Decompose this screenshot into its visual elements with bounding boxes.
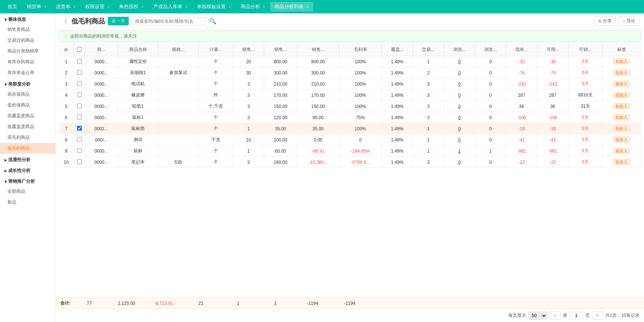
nav-product-analysis[interactable]: 商品分析 × (236, 2, 269, 12)
view1-link[interactable]: 1 (458, 149, 461, 154)
cell-view1[interactable]: 0 (444, 123, 475, 134)
th-spec[interactable]: 规格... (158, 44, 198, 56)
share-button[interactable]: ⎘ 分享 (595, 16, 616, 26)
period-button[interactable]: 近一月 (108, 17, 129, 25)
nav-home[interactable]: 首页 (3, 2, 22, 12)
sidebar-group-marketing[interactable]: ▾ 营销推广分析 (0, 175, 55, 186)
cell-view1[interactable]: 0 (444, 134, 475, 146)
th-view2[interactable]: 浏览... (475, 44, 506, 56)
view1-link[interactable]: 0 (458, 82, 461, 87)
sidebar-item-all-products[interactable]: 全部商品 (0, 186, 55, 197)
close-template[interactable]: × (229, 5, 231, 9)
th-code[interactable]: 商... (85, 44, 118, 56)
row-checkbox-5[interactable] (77, 115, 82, 119)
select-all-checkbox[interactable] (77, 47, 82, 52)
row-checkbox-2[interactable] (77, 81, 82, 86)
cell-check[interactable] (74, 67, 85, 79)
cell-check[interactable] (74, 112, 85, 123)
sidebar-item-new-products[interactable]: 新品 (0, 197, 55, 208)
nav-purchase[interactable]: 进货单 × (51, 2, 80, 12)
nav-permission[interactable]: 权限设置 × (81, 2, 114, 12)
sidebar-item-sales-products[interactable]: 销售类商品 (0, 24, 55, 35)
view1-link[interactable]: 0 (458, 70, 461, 76)
cell-view1[interactable]: 0 (444, 79, 475, 90)
sidebar-item-category-rate[interactable]: 商品分类助销率 (0, 46, 55, 57)
cell-check[interactable] (74, 79, 85, 90)
cell-check[interactable] (74, 157, 85, 168)
th-sales-profit[interactable]: 销售... (297, 44, 339, 56)
view1-link[interactable]: 0 (458, 59, 461, 64)
th-current-stock[interactable]: 现有... (506, 44, 537, 56)
search-icon-btn[interactable]: 🔍 (209, 17, 217, 25)
view1-link[interactable]: 0 (458, 104, 461, 109)
cell-check[interactable] (74, 56, 85, 67)
sidebar-group-cluster[interactable]: ▾ 类群度分析 (0, 78, 55, 89)
prev-page-btn[interactable]: ＜ (550, 311, 561, 320)
th-settings[interactable]: ⚙ (59, 44, 74, 56)
th-coverage[interactable]: 覆盖... (382, 44, 413, 56)
nav-sales[interactable]: 销货单 × (22, 2, 51, 12)
view1-link[interactable]: 0 (458, 115, 461, 120)
cell-view1[interactable]: 0 (444, 112, 475, 123)
th-trade-count[interactable]: 交易... (413, 44, 444, 56)
cell-view1[interactable]: 0 (444, 157, 475, 168)
collapse-sidebar-btn[interactable]: 《 (60, 18, 68, 25)
th-sales-amount[interactable]: 销售... (264, 44, 297, 56)
row-checkbox-1[interactable] (77, 70, 82, 75)
next-page-btn[interactable]: ＞ (592, 311, 603, 320)
row-checkbox-0[interactable] (77, 59, 82, 64)
th-available[interactable]: 可用... (537, 44, 568, 56)
sidebar-item-high-margin[interactable]: 高毛利商品 (0, 132, 55, 143)
view1-link[interactable]: 0 (458, 93, 461, 98)
row-checkbox-3[interactable] (77, 92, 82, 97)
sidebar-item-high-coverage[interactable]: 高覆盖度商品 (0, 111, 55, 121)
th-name[interactable]: 商品名称 (118, 44, 158, 56)
page-size-select[interactable]: 50 20 100 (528, 312, 547, 320)
search-input[interactable] (132, 17, 206, 25)
close-product-analysis[interactable]: × (263, 5, 265, 9)
nav-product-analysis-list[interactable]: 商品分析列表 × (270, 2, 313, 12)
sidebar-item-low-coverage[interactable]: 低覆盖度商品 (0, 121, 55, 132)
th-unit[interactable]: 计量... (198, 44, 233, 56)
cell-check[interactable] (74, 101, 85, 112)
cell-view1[interactable]: 0 (444, 101, 475, 112)
row-checkbox-8[interactable] (77, 148, 82, 153)
th-sales-count[interactable]: 销售... (233, 44, 264, 56)
cell-view1[interactable]: 0 (444, 56, 475, 67)
row-checkbox-4[interactable] (77, 103, 82, 108)
close-sales[interactable]: × (44, 5, 47, 9)
row-checkbox-9[interactable] (77, 159, 82, 164)
nav-template[interactable]: 单据模板设置 × (192, 2, 235, 12)
sidebar-item-low-margin[interactable]: 低毛利商品 (0, 143, 55, 154)
sidebar-group-growth[interactable]: ▸ 成长性分析 (0, 165, 55, 175)
close-product-entry[interactable]: × (185, 5, 188, 9)
view1-link[interactable]: 0 (458, 137, 461, 143)
nav-product-entry[interactable]: 产成品入库单 × (149, 2, 192, 12)
cell-view1[interactable]: 0 (444, 67, 475, 79)
export-button[interactable]: ↑ 导出 (619, 16, 640, 26)
sidebar-group-flow[interactable]: ▸ 流通性分析 (0, 154, 55, 165)
view1-link[interactable]: 0 (458, 126, 461, 131)
row-checkbox-7[interactable] (77, 137, 82, 142)
th-saleable[interactable]: 可销... (568, 44, 602, 56)
cell-check[interactable] (74, 123, 85, 134)
th-gross-margin[interactable]: 毛利率 (339, 44, 381, 56)
cell-check[interactable] (74, 134, 85, 146)
cell-check[interactable] (74, 146, 85, 157)
close-role[interactable]: × (141, 5, 144, 9)
sidebar-item-stock-capital[interactable]: 库存资金占用 (0, 67, 55, 78)
sidebar-item-low-value[interactable]: 低价值商品 (0, 100, 55, 111)
page-number-input[interactable] (570, 312, 583, 319)
th-tag[interactable]: 标签 (602, 44, 641, 56)
cell-view1[interactable]: 0 (444, 90, 475, 101)
close-purchase[interactable]: × (73, 5, 76, 9)
nav-role[interactable]: 角色授权 × (115, 2, 148, 12)
th-view1[interactable]: 浏览... (444, 44, 475, 56)
close-product-analysis-list[interactable]: × (307, 5, 309, 9)
view1-link[interactable]: 0 (458, 160, 461, 165)
sidebar-item-stocked-products[interactable]: 有库存的商品 (0, 57, 55, 67)
cell-view1[interactable]: 1 (444, 146, 475, 157)
row-checkbox-6[interactable] (77, 126, 82, 131)
sidebar-group-overall[interactable]: ▾ 整体信息 (0, 13, 55, 24)
close-permission[interactable]: × (108, 5, 110, 9)
